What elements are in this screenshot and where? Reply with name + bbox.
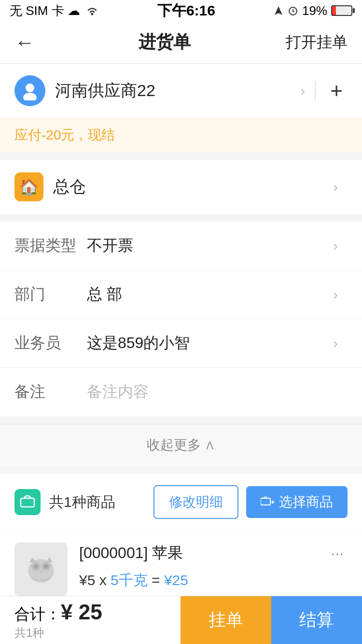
products-section: 共1种商品 修改明细 选择商品 (0, 474, 362, 607)
ticket-chevron-icon: › (333, 238, 338, 254)
notice-bar: 应付-20元，现结 (0, 118, 362, 152)
status-bar: 无 SIM 卡 ☁ 下午6:16 19% (0, 0, 362, 21)
product-header: 共1种商品 修改明细 选择商品 (0, 474, 362, 531)
add-supplier-button[interactable]: + (325, 79, 348, 103)
bottom-bar: 合计：¥ 25 共1种 挂单 结算 (0, 596, 362, 644)
sales-chevron-icon: › (333, 335, 338, 351)
form-section: 票据类型 不开票 › 部门 总 部 › 业务员 这是859的小智 › 备注 备注… (0, 222, 362, 416)
ticket-type-value: 不开票 (77, 235, 333, 256)
nav-bar: ← 进货单 打开挂单 (0, 21, 362, 64)
collapse-button[interactable]: 收起更多 ∧ (0, 424, 362, 466)
supplier-avatar (14, 75, 45, 106)
product-price: ¥5 x 5千克 = ¥25 (79, 571, 327, 590)
sales-label: 业务员 (14, 333, 77, 354)
warehouse-icon-symbol: 🏠 (19, 178, 39, 196)
svg-point-0 (91, 13, 93, 15)
equals: = (148, 572, 164, 588)
cart-add-icon (261, 497, 274, 507)
svg-point-5 (23, 93, 37, 100)
divider (315, 81, 316, 100)
sales-value: 这是859的小智 (77, 333, 333, 354)
edit-detail-button[interactable]: 修改明细 (153, 485, 238, 519)
select-product-button[interactable]: 选择商品 (246, 486, 348, 518)
open-hang-button[interactable]: 打开挂单 (286, 32, 348, 53)
select-product-label: 选择商品 (279, 493, 333, 511)
status-right: 19% (273, 3, 352, 18)
sales-row[interactable]: 业务员 这是859的小智 › (0, 319, 362, 368)
warehouse-chevron-icon: › (333, 179, 338, 195)
dept-row[interactable]: 部门 总 部 › (0, 270, 362, 319)
product-info: [0000001] 苹果 ¥5 x 5千克 = ¥25 (79, 543, 327, 590)
back-button[interactable]: ← (14, 31, 43, 54)
quantity: 5千克 (111, 572, 148, 588)
collapse-label: 收起更多 ∧ (147, 437, 216, 452)
svg-point-4 (26, 84, 34, 92)
product-more-button[interactable]: ··· (327, 543, 348, 564)
svg-point-10 (28, 559, 54, 583)
remark-value[interactable]: 备注内容 (77, 381, 348, 403)
owl-logo-icon (24, 552, 58, 586)
product-thumbnail (14, 543, 68, 596)
dept-value: 总 部 (77, 284, 333, 305)
warehouse-row[interactable]: 🏠 总仓 › (0, 160, 362, 214)
remark-row[interactable]: 备注 备注内容 (0, 368, 362, 416)
warehouse-name: 总仓 (53, 176, 333, 198)
unit-price: ¥5 x (79, 572, 111, 588)
supplier-section: 河南供应商22 › + 应付-20元，现结 (0, 64, 362, 152)
total-sub: 共1种 (14, 625, 166, 641)
notice-text: 应付-20元，现结 (14, 127, 115, 142)
product-name: [0000001] 苹果 (79, 543, 327, 564)
total-amount: ¥ 25 (61, 600, 102, 624)
warehouse-icon: 🏠 (14, 172, 43, 201)
cart-icon (20, 494, 35, 510)
hang-button[interactable]: 挂单 (181, 596, 271, 644)
supplier-chevron-icon: › (300, 83, 305, 99)
ticket-type-label: 票据类型 (14, 235, 77, 256)
status-left: 无 SIM 卡 ☁ (10, 2, 99, 19)
product-icon (14, 489, 41, 515)
total-line: 合计：¥ 25 (14, 600, 166, 625)
location-icon (273, 5, 284, 16)
remark-label: 备注 (14, 381, 77, 403)
total-price: ¥25 (164, 572, 188, 588)
svg-point-16 (45, 565, 47, 567)
battery-percent: 19% (302, 3, 327, 18)
supplier-row[interactable]: 河南供应商22 › + (0, 64, 362, 118)
person-icon (20, 81, 40, 100)
alarm-icon (288, 5, 298, 16)
dept-chevron-icon: › (333, 286, 338, 303)
page-title: 进货单 (139, 30, 191, 54)
supplier-name: 河南供应商22 (55, 80, 300, 102)
svg-rect-6 (21, 498, 34, 507)
checkout-button[interactable]: 结算 (271, 596, 362, 644)
status-time: 下午6:16 (157, 1, 215, 21)
product-count: 共1种商品 (49, 492, 153, 512)
total-section: 合计：¥ 25 共1种 (0, 600, 181, 641)
total-prefix: 合计： (14, 605, 61, 623)
dept-label: 部门 (14, 284, 77, 305)
svg-rect-7 (261, 498, 270, 505)
battery-icon (331, 5, 352, 16)
svg-point-15 (35, 565, 37, 567)
sim-status: 无 SIM 卡 ☁ (10, 2, 80, 19)
wifi-icon (85, 5, 99, 16)
ticket-type-row[interactable]: 票据类型 不开票 › (0, 222, 362, 270)
